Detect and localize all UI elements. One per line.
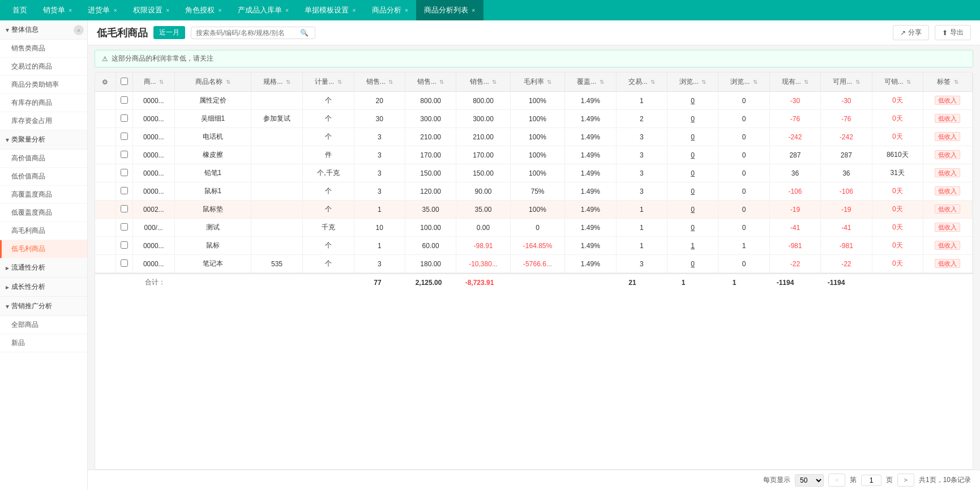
sidebar-item-traded-products[interactable]: 交易过的商品 xyxy=(0,58,87,76)
close-icon[interactable]: × xyxy=(113,7,117,14)
row-select-checkbox[interactable] xyxy=(121,223,128,231)
nav-permissions[interactable]: 权限设置 × xyxy=(125,0,177,20)
sidebar-item-new-products[interactable]: 新品 xyxy=(0,334,87,352)
sidebar-item-low-coverage[interactable]: 低覆盖度商品 xyxy=(0,204,87,222)
close-icon[interactable]: × xyxy=(166,7,169,14)
nav-product-warehouse[interactable]: 产成品入库单 × xyxy=(230,0,297,20)
col-code[interactable]: 商... ⇅ xyxy=(132,73,174,92)
col-tag[interactable]: 标签 ⇅ xyxy=(923,73,972,92)
row-checkbox[interactable] xyxy=(115,201,132,219)
sidebar-item-low-profit[interactable]: 低毛利商品 xyxy=(0,240,87,258)
sidebar-collapse-btn[interactable]: « xyxy=(74,25,84,35)
row-checkbox[interactable] xyxy=(115,110,132,128)
col-transaction[interactable]: 交易... ⇅ xyxy=(616,73,667,92)
row-browse1[interactable]: 0 xyxy=(667,201,718,219)
row-checkbox[interactable] xyxy=(115,146,132,164)
close-icon[interactable]: × xyxy=(69,7,72,14)
date-filter-button[interactable]: 近一月 xyxy=(153,26,185,39)
nav-sales[interactable]: 销货单 × xyxy=(35,0,80,20)
row-browse1[interactable]: 1 xyxy=(667,237,718,255)
sidebar-item-high-coverage[interactable]: 高覆盖度商品 xyxy=(0,186,87,204)
share-button[interactable]: ↗ 分享 xyxy=(893,25,929,40)
col-saleable[interactable]: 可销... ⇅ xyxy=(872,73,923,92)
col-current[interactable]: 现有... ⇅ xyxy=(769,73,820,92)
row-checkbox[interactable] xyxy=(115,255,132,273)
row-browse1[interactable]: 0 xyxy=(667,164,718,182)
row-select-checkbox[interactable] xyxy=(121,259,128,267)
row-select-checkbox[interactable] xyxy=(121,169,128,176)
sidebar-group-marketing[interactable]: ▾ 营销推广分析 xyxy=(0,297,87,316)
row-browse1[interactable]: 0 xyxy=(667,255,718,273)
prev-page-button[interactable]: ＜ xyxy=(828,474,845,487)
sidebar-group-cluster[interactable]: ▾ 类聚量分析 xyxy=(0,130,87,150)
row-select-checkbox[interactable] xyxy=(121,114,128,122)
row-coverage: 1.49% xyxy=(565,146,616,164)
col-spec[interactable]: 规格... ⇅ xyxy=(251,73,302,92)
sidebar-item-inventory[interactable]: 有库存的商品 xyxy=(0,94,87,112)
row-browse1[interactable]: 0 xyxy=(667,110,718,128)
col-unit[interactable]: 计量... ⇅ xyxy=(303,73,354,92)
col-available[interactable]: 可用... ⇅ xyxy=(821,73,872,92)
sidebar-item-high-profit[interactable]: 高毛利商品 xyxy=(0,222,87,240)
sidebar-item-all-products[interactable]: 全部商品 xyxy=(0,316,87,334)
nav-home[interactable]: 首页 xyxy=(5,0,35,20)
footer-transaction: 21 xyxy=(607,279,658,287)
search-input[interactable] xyxy=(196,29,298,37)
col-settings[interactable]: ⚙ xyxy=(95,73,115,92)
col-browse1[interactable]: 浏览... ⇅ xyxy=(667,73,718,92)
close-icon[interactable]: × xyxy=(472,7,475,14)
row-code: 0002... xyxy=(132,201,174,219)
col-gross-margin[interactable]: 毛利率 ⇅ xyxy=(510,73,564,92)
sidebar-item-high-value[interactable]: 高价值商品 xyxy=(0,150,87,168)
nav-purchase[interactable]: 进货单 × xyxy=(80,0,125,20)
nav-template-settings[interactable]: 单据模板设置 × xyxy=(297,0,363,20)
sidebar-item-category-rate[interactable]: 商品分类助销率 xyxy=(0,76,87,94)
export-button[interactable]: ⬆ 导出 xyxy=(935,25,971,40)
nav-roles[interactable]: 角色授权 × xyxy=(177,0,229,20)
sidebar-item-sales-products[interactable]: 销售类商品 xyxy=(0,40,87,58)
close-icon[interactable]: × xyxy=(285,7,289,14)
row-settings xyxy=(95,128,115,146)
row-checkbox[interactable] xyxy=(115,164,132,182)
nav-product-analysis-list[interactable]: 商品分析列表 × xyxy=(416,0,483,20)
row-checkbox[interactable] xyxy=(115,237,132,255)
row-checkbox[interactable] xyxy=(115,182,132,201)
row-spec xyxy=(251,146,302,164)
page-number-input[interactable] xyxy=(861,475,881,486)
row-select-checkbox[interactable] xyxy=(121,96,128,104)
row-browse1[interactable]: 0 xyxy=(667,146,718,164)
col-sales-count[interactable]: 销售... ⇅ xyxy=(354,73,405,92)
col-name[interactable]: 商品名称 ⇅ xyxy=(174,73,251,92)
search-icon[interactable]: 🔍 xyxy=(300,29,309,37)
row-checkbox[interactable] xyxy=(115,128,132,146)
row-gross-margin: -164.85% xyxy=(510,237,564,255)
select-all-checkbox[interactable] xyxy=(121,78,128,85)
row-select-checkbox[interactable] xyxy=(121,187,128,194)
per-page-select[interactable]: 50 100 xyxy=(795,474,824,487)
row-browse1[interactable]: 0 xyxy=(667,219,718,237)
close-icon[interactable]: × xyxy=(405,7,408,14)
row-tag: 低收入 xyxy=(923,182,972,201)
row-select-checkbox[interactable] xyxy=(121,133,128,140)
row-unit: 个 xyxy=(303,110,354,128)
sidebar-group-growth[interactable]: ▸ 成长性分析 xyxy=(0,278,87,297)
close-icon[interactable]: × xyxy=(352,7,356,14)
row-select-checkbox[interactable] xyxy=(121,151,128,158)
row-checkbox[interactable] xyxy=(115,92,132,110)
row-browse1[interactable]: 0 xyxy=(667,128,718,146)
nav-product-analysis[interactable]: 商品分析 × xyxy=(364,0,416,20)
row-checkbox[interactable] xyxy=(115,219,132,237)
col-coverage[interactable]: 覆盖... ⇅ xyxy=(565,73,616,92)
row-browse1[interactable]: 0 xyxy=(667,92,718,110)
col-sales-profit[interactable]: 销售... ⇅ xyxy=(456,73,510,92)
row-select-checkbox[interactable] xyxy=(121,241,128,249)
next-page-button[interactable]: ＞ xyxy=(897,474,914,487)
row-select-checkbox[interactable] xyxy=(121,205,128,212)
col-sales-price[interactable]: 销售... ⇅ xyxy=(405,73,456,92)
col-browse2[interactable]: 浏览... ⇅ xyxy=(718,73,769,92)
sidebar-item-capital[interactable]: 库存资金占用 xyxy=(0,112,87,130)
row-browse1[interactable]: 0 xyxy=(667,182,718,201)
close-icon[interactable]: × xyxy=(218,7,221,14)
sidebar-item-low-value[interactable]: 低价值商品 xyxy=(0,168,87,186)
sidebar-group-circulation[interactable]: ▸ 流通性分析 xyxy=(0,258,87,278)
